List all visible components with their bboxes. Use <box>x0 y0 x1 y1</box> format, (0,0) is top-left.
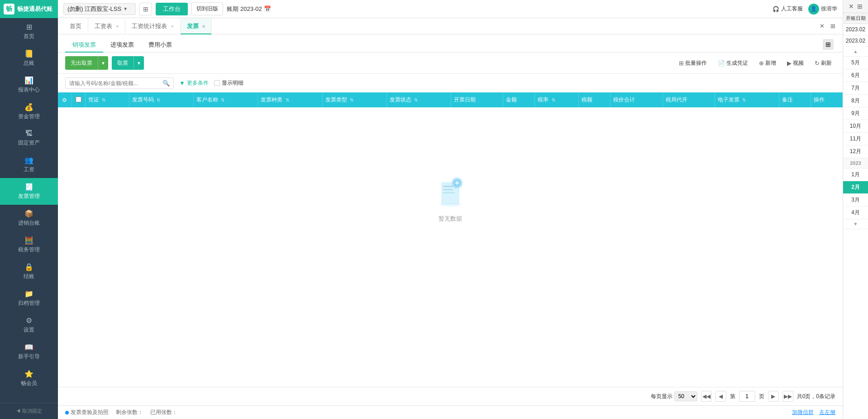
refresh-button[interactable]: ↻ 刷新 <box>811 58 835 69</box>
period-item-m2[interactable]: 2月 <box>843 181 868 194</box>
last-page-button[interactable]: ▶▶ <box>782 391 793 402</box>
invoice-type-sort-icon[interactable]: ⇅ <box>286 97 289 102</box>
right-panel-close-button[interactable]: ✕ <box>847 2 856 11</box>
batch-ops-label: 批量操作 <box>685 59 707 67</box>
new-button[interactable]: ⊕ 新增 <box>755 58 780 69</box>
tab-invoice[interactable]: 发票 × <box>181 18 212 34</box>
tab-invoice-close[interactable]: × <box>202 24 205 29</box>
workbench-button[interactable]: 工作台 <box>156 3 188 15</box>
period-item-m11[interactable]: 11月 <box>843 133 868 145</box>
no-invoice-arrow[interactable]: ▼ <box>98 56 108 70</box>
customer-service-button[interactable]: 🎧 人工客服 <box>773 5 803 13</box>
period-item-2023-02-b[interactable]: 2023.02 <box>843 35 868 47</box>
period-item-m4[interactable]: 4月 <box>843 207 868 219</box>
go-right-link[interactable]: 去左侧 <box>819 409 835 416</box>
per-page-select[interactable]: 50 100 200 <box>674 391 697 401</box>
invoice-verify-section: 发票查验及拍照 <box>65 409 109 416</box>
tab-bar-expand-button[interactable]: ⊞ <box>828 22 837 31</box>
right-panel-expand-button[interactable]: ⊞ <box>856 2 865 11</box>
join-group-link[interactable]: 加微信群 <box>792 409 814 416</box>
batch-ops-button[interactable]: ⊞ 批量操作 <box>675 58 711 69</box>
period-nav-up[interactable]: ▲ <box>843 47 868 57</box>
period-nav-down[interactable]: ▼ <box>843 219 868 229</box>
more-conditions-button[interactable]: ▼ 更多条件 <box>179 79 209 87</box>
sidebar-item-label: 总账 <box>24 59 34 67</box>
table-header-row: ⚙ 凭证 ⇅ 发票号码 ⇅ 客户名称 ⇅ <box>58 92 843 107</box>
sidebar-item-tax[interactable]: 🧮 税务管理 <box>0 231 58 258</box>
subtab-expense-receipt[interactable]: 费用小票 <box>141 38 179 53</box>
invoice-no-sort-icon[interactable]: ⇅ <box>157 97 160 102</box>
subtab-sales-invoice[interactable]: 销项发票 <box>65 38 103 53</box>
logo-icon: 畅 <box>4 4 14 14</box>
sidebar-item-general-ledger[interactable]: 📒 总账 <box>0 45 58 72</box>
get-invoice-main[interactable]: 取票 <box>112 56 134 70</box>
tab-payroll-table[interactable]: 工资表 × <box>88 18 125 34</box>
tab-payroll-stats-close[interactable]: × <box>171 24 173 29</box>
tab-payroll-table-close[interactable]: × <box>116 24 119 29</box>
svg-rect-3 <box>443 189 453 190</box>
next-page-button[interactable]: ▶ <box>768 391 779 402</box>
sidebar-item-sales[interactable]: 📦 进销台账 <box>0 205 58 231</box>
get-invoice-button[interactable]: 取票 ▼ <box>112 56 144 70</box>
sidebar-item-archive[interactable]: 📁 归档管理 <box>0 285 58 312</box>
tax-rate-sort-icon[interactable]: ⇅ <box>552 97 555 102</box>
verify-status-dot <box>65 411 69 414</box>
get-invoice-arrow[interactable]: ▼ <box>134 56 144 70</box>
status-sort-icon[interactable]: ⇅ <box>414 97 418 102</box>
select-all-checkbox[interactable] <box>76 96 81 102</box>
subtab-purchase-invoice[interactable]: 进项发票 <box>103 38 141 53</box>
video-button[interactable]: ▶ 视频 <box>783 58 807 69</box>
th-tax-code: 税局代开 <box>663 92 715 107</box>
sidebar-item-funds[interactable]: 💰 资金管理 <box>0 98 58 125</box>
sidebar-item-invoice[interactable]: 🧾 发票管理 <box>0 178 58 205</box>
tab-home[interactable]: 首页 <box>63 18 88 34</box>
invoice-category-sort-icon[interactable]: ⇅ <box>350 97 353 102</box>
period-item-m1[interactable]: 1月 <box>843 169 868 181</box>
sidebar-item-member[interactable]: ⭐ 畅会员 <box>0 365 58 392</box>
tab-home-label: 首页 <box>70 22 81 30</box>
company-settings-button[interactable]: ⊞ <box>139 3 152 15</box>
page-input[interactable] <box>739 391 755 402</box>
tab-payroll-stats[interactable]: 工资统计报表 × <box>125 18 180 34</box>
period-item-m8[interactable]: 8月 <box>843 95 868 107</box>
period-item-m9[interactable]: 9月 <box>843 107 868 120</box>
th-invoice-type: 发票种类 ⇅ <box>258 92 322 107</box>
period-item-m5[interactable]: 5月 <box>843 57 868 69</box>
show-detail-checkbox[interactable]: 显示明细 <box>214 79 243 87</box>
period-item-m7[interactable]: 7月 <box>843 82 868 95</box>
search-icon[interactable]: 🔍 <box>162 80 170 87</box>
sidebar-item-payroll[interactable]: 👥 工资 <box>0 151 58 178</box>
detail-checkbox-box[interactable] <box>214 80 220 86</box>
sidebar-item-settings[interactable]: ⚙ 设置 <box>0 312 58 338</box>
sidebar-item-closing[interactable]: 🔒 结账 <box>0 258 58 285</box>
search-input[interactable] <box>69 80 160 87</box>
voucher-sort-icon[interactable]: ⇅ <box>102 97 105 102</box>
prev-page-button[interactable]: ◀ <box>715 391 726 402</box>
column-settings-button[interactable]: ⊞ <box>823 39 834 50</box>
gen-voucher-button[interactable]: 📄 生成凭证 <box>714 58 752 69</box>
sidebar-item-home[interactable]: ⊞ 首页 <box>0 18 58 45</box>
sidebar-item-label: 首页 <box>24 33 34 40</box>
sidebar-item-fixed-assets[interactable]: 🏗 固定资产 <box>0 125 58 151</box>
period-item-m6[interactable]: 6月 <box>843 69 868 82</box>
tab-bar-close-button[interactable]: ✕ <box>817 22 826 31</box>
e-invoice-sort-icon[interactable]: ⇅ <box>742 97 746 102</box>
tax-icon: 🧮 <box>24 236 33 245</box>
sidebar-item-guide[interactable]: 📖 新手引导 <box>0 338 58 365</box>
th-checkbox[interactable] <box>72 92 85 107</box>
period-item-m10[interactable]: 10月 <box>843 120 868 133</box>
company-selector[interactable]: (勿删) 江西股宝-LSS ▼ <box>63 3 136 15</box>
period-item-m3[interactable]: 3月 <box>843 194 868 207</box>
user-profile[interactable]: 👤 徐溶华 <box>808 4 837 14</box>
period-item-2023-02-a[interactable]: 2023.02 <box>843 24 868 35</box>
first-page-button[interactable]: ◀◀ <box>701 391 712 402</box>
switch-version-button[interactable]: 切到旧版 <box>191 2 223 15</box>
customer-sort-icon[interactable]: ⇅ <box>221 97 224 102</box>
sidebar-pin-toggle[interactable]: ◀ 取消固定 <box>0 403 58 419</box>
no-invoice-main[interactable]: 无出取票 <box>65 56 98 70</box>
sidebar-item-reports[interactable]: 📊 报表中心 <box>0 72 58 98</box>
no-invoice-button[interactable]: 无出取票 ▼ <box>65 56 108 70</box>
user-name: 徐溶华 <box>821 5 837 13</box>
period-item-m12[interactable]: 12月 <box>843 145 868 158</box>
sidebar-item-label: 固定资产 <box>18 139 40 147</box>
